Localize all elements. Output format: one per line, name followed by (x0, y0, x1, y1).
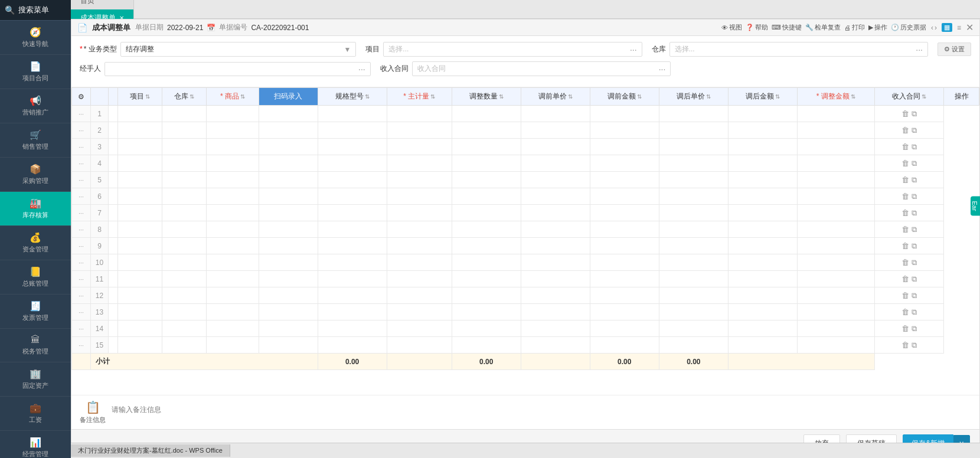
cell-adjust-qty[interactable] (387, 254, 452, 271)
cell-project[interactable] (109, 221, 118, 238)
cell-scan-input[interactable] (206, 221, 259, 238)
cell-after-price[interactable] (590, 221, 659, 238)
cell-unit[interactable] (318, 271, 387, 287)
cell-before-price[interactable] (452, 221, 521, 238)
cell-warehouse[interactable] (117, 139, 162, 155)
cell-after-price[interactable] (590, 172, 659, 188)
cell-adjust-amount[interactable] (728, 155, 797, 172)
cell-income-contract[interactable] (797, 106, 874, 122)
sidebar-item-ledger[interactable]: 📒总账管理 (0, 260, 71, 295)
col-header-project[interactable]: 项目⇅ (117, 88, 162, 106)
cell-unit[interactable] (318, 205, 387, 221)
cell-project[interactable] (109, 155, 118, 172)
sidebar-item-tax[interactable]: 🏛税务管理 (0, 329, 71, 362)
cell-adjust-amount[interactable] (728, 337, 797, 354)
cell-scan-input[interactable] (206, 188, 259, 205)
cell-unit[interactable] (318, 254, 387, 271)
cell-before-amount[interactable] (521, 139, 590, 155)
cell-unit[interactable] (318, 155, 387, 172)
sidebar-item-inventory[interactable]: 🏭库存核算 (0, 192, 71, 226)
delete-icon[interactable]: 🗑 (901, 291, 909, 300)
copy-icon[interactable]: ⧉ (912, 126, 917, 135)
action-print[interactable]: 🖨打印 (844, 23, 865, 32)
delete-icon[interactable]: 🗑 (901, 159, 909, 168)
cell-row-settings[interactable]: ··· (72, 122, 91, 139)
cell-after-price[interactable] (590, 287, 659, 304)
cell-income-contract[interactable] (797, 122, 874, 139)
action-operate[interactable]: ▶操作 (868, 23, 887, 32)
cell-scan-input[interactable] (206, 122, 259, 139)
col-header-income-contract[interactable]: 收入合同⇅ (874, 88, 943, 106)
cell-adjust-amount[interactable] (728, 122, 797, 139)
cell-product[interactable] (162, 205, 206, 221)
cell-after-amount[interactable] (659, 188, 728, 205)
sidebar-item-project-contract[interactable]: 📄项目合同 (0, 55, 71, 89)
cell-after-amount[interactable] (659, 287, 728, 304)
cell-row-settings[interactable]: ··· (72, 155, 91, 172)
cell-warehouse[interactable] (117, 304, 162, 320)
sidebar-item-quick-nav[interactable]: 🧭快速导航 (0, 21, 71, 55)
cell-product[interactable] (162, 320, 206, 337)
date-icon[interactable]: 📅 (207, 24, 215, 32)
cell-adjust-amount[interactable] (728, 139, 797, 155)
cell-adjust-qty[interactable] (387, 287, 452, 304)
cell-warehouse[interactable] (117, 188, 162, 205)
cell-after-amount[interactable] (659, 155, 728, 172)
cell-before-amount[interactable] (521, 337, 590, 354)
cell-unit[interactable] (318, 238, 387, 254)
cell-row-settings[interactable]: ··· (72, 188, 91, 205)
cell-warehouse[interactable] (117, 271, 162, 287)
cell-product[interactable] (162, 106, 206, 122)
cell-adjust-qty[interactable] (387, 155, 452, 172)
sidebar-item-fixed-assets[interactable]: 🏢固定资产 (0, 362, 71, 397)
cell-scan-input[interactable] (206, 172, 259, 188)
warehouse-more-icon[interactable]: ··· (916, 45, 923, 54)
cell-before-price[interactable] (452, 320, 521, 337)
delete-icon[interactable]: 🗑 (901, 109, 909, 119)
tab-home[interactable]: 首页 (71, 0, 134, 9)
cell-after-amount[interactable] (659, 205, 728, 221)
cell-before-amount[interactable] (521, 205, 590, 221)
cell-scan-input[interactable] (206, 106, 259, 122)
cell-after-amount[interactable] (659, 106, 728, 122)
cell-adjust-qty[interactable] (387, 172, 452, 188)
taskbar-wps-item[interactable]: 木门行业好业财处理方案-墓红红.doc - WPS Office (71, 444, 230, 457)
sidebar-item-invoice[interactable]: 🧾发票管理 (0, 295, 71, 329)
cell-product[interactable] (162, 122, 206, 139)
cell-project[interactable] (109, 205, 118, 221)
cell-warehouse[interactable] (117, 287, 162, 304)
cell-before-amount[interactable] (521, 122, 590, 139)
action-view[interactable]: 👁视图 (721, 23, 742, 32)
cell-spec[interactable] (259, 122, 318, 139)
cell-warehouse[interactable] (117, 106, 162, 122)
cell-adjust-amount[interactable] (728, 188, 797, 205)
cell-project[interactable] (109, 122, 118, 139)
delete-icon[interactable]: 🗑 (901, 208, 909, 218)
cell-unit[interactable] (318, 337, 387, 354)
cell-after-price[interactable] (590, 320, 659, 337)
cell-income-contract[interactable] (797, 271, 874, 287)
delete-icon[interactable]: 🗑 (901, 258, 909, 267)
cell-product[interactable] (162, 238, 206, 254)
cell-scan-input[interactable] (206, 205, 259, 221)
copy-icon[interactable]: ⧉ (912, 192, 917, 201)
cell-before-amount[interactable] (521, 271, 590, 287)
delete-icon[interactable]: 🗑 (901, 142, 909, 152)
copy-icon[interactable]: ⧉ (912, 307, 917, 317)
cell-product[interactable] (162, 155, 206, 172)
cell-row-settings[interactable]: ··· (72, 304, 91, 320)
cell-project[interactable] (109, 172, 118, 188)
cell-after-amount[interactable] (659, 221, 728, 238)
col-header-warehouse[interactable]: 仓库⇅ (162, 88, 206, 106)
cell-before-price[interactable] (452, 238, 521, 254)
cell-before-amount[interactable] (521, 320, 590, 337)
cell-spec[interactable] (259, 172, 318, 188)
cell-before-amount[interactable] (521, 221, 590, 238)
cell-before-price[interactable] (452, 287, 521, 304)
col-header-before-price[interactable]: 调前单价⇅ (521, 88, 590, 106)
cell-after-amount[interactable] (659, 304, 728, 320)
sidebar-item-marketing[interactable]: 📢营销推广 (0, 89, 71, 123)
cell-before-amount[interactable] (521, 254, 590, 271)
copy-icon[interactable]: ⧉ (912, 341, 917, 350)
copy-icon[interactable]: ⧉ (912, 175, 917, 185)
